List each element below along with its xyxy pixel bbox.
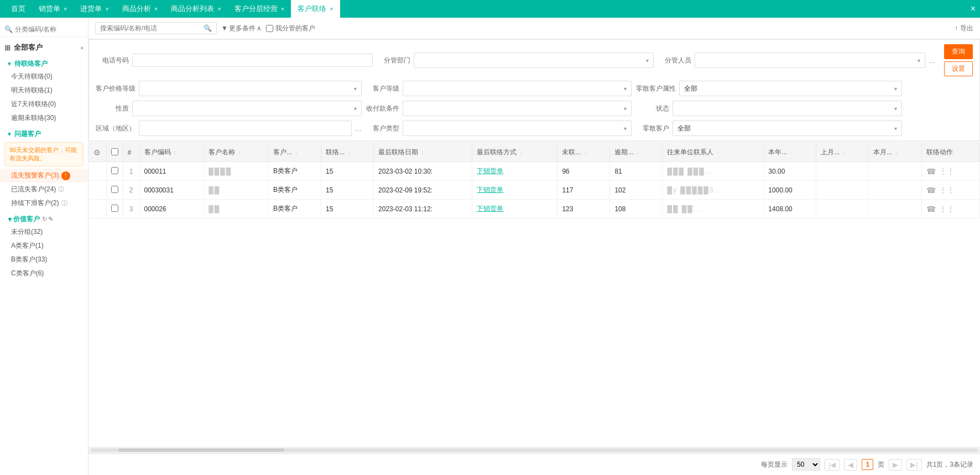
contact-icon-3[interactable]: ☎: [926, 205, 936, 213]
nav-tab-customer-contact[interactable]: 客户联络 ×: [291, 0, 340, 18]
close-tab-customer-contact[interactable]: ×: [330, 6, 333, 12]
prev-page-btn[interactable]: ◀: [844, 459, 857, 471]
sidebar-item-tomorrow[interactable]: 明天待联络(1): [0, 83, 88, 97]
filter-select-region[interactable]: [139, 121, 352, 136]
th-contact[interactable]: 联络... ↕: [321, 143, 374, 162]
horizontal-scrollbar[interactable]: [88, 447, 980, 453]
sidebar-item-ungrouped[interactable]: 未分组(32): [0, 225, 88, 239]
th-type[interactable]: 客户... ↕: [269, 143, 321, 162]
sidebar-item-churned[interactable]: 已流失客户(24) ⓘ: [0, 182, 88, 196]
select-all-checkbox[interactable]: [111, 148, 118, 155]
more-conditions-btn[interactable]: ▼ 更多条件 ∧: [221, 24, 262, 33]
td-checkbox-1[interactable]: [106, 162, 123, 181]
th-last-month[interactable]: 上月... ↕: [816, 143, 869, 162]
td-checkbox-3[interactable]: [106, 200, 123, 218]
close-tab-customer-layer[interactable]: ×: [281, 6, 284, 12]
sidebar-item-declining[interactable]: 持续下滑客户(2) ⓘ: [0, 196, 88, 210]
th-checkbox[interactable]: [106, 143, 123, 162]
row-checkbox-1[interactable]: [111, 167, 118, 174]
sidebar-group-title-value[interactable]: ▼ 价值客户 ↻ ✎: [0, 212, 88, 225]
nav-tab-product-list[interactable]: 商品分析列表 ×: [164, 0, 227, 18]
refresh-icon-value[interactable]: ↻: [42, 216, 47, 223]
th-this-month[interactable]: 本月... ↕: [869, 143, 921, 162]
sidebar-group-title-pending[interactable]: ▼ 待联络客户: [0, 57, 88, 70]
filter-scatter: 零散客户 全部 ▾: [636, 121, 902, 136]
filter-select-scatter[interactable]: 全部 ▾: [673, 121, 902, 136]
filter-input-phone[interactable]: [132, 54, 373, 67]
next-page-btn[interactable]: ▶: [889, 459, 902, 471]
sidebar-item-overdue[interactable]: 逾期未联络(30): [0, 111, 88, 125]
close-tab-sales[interactable]: ×: [64, 6, 67, 12]
th-code[interactable]: 客户编码 ↕: [139, 143, 204, 162]
filter-select-scatter-attr[interactable]: 全部 ▾: [679, 81, 902, 96]
close-all-btn[interactable]: ×: [971, 4, 976, 14]
settings-button[interactable]: 设置: [944, 61, 973, 76]
th-settings[interactable]: ⚙: [88, 143, 106, 162]
scrollbar-thumb[interactable]: [118, 448, 284, 452]
filter-select-customer-type[interactable]: ▾: [403, 121, 632, 136]
sidebar-item-today[interactable]: 今天待联络(0): [0, 70, 88, 83]
filter-select-nature[interactable]: ▾: [132, 101, 362, 116]
nav-tab-customer-layer[interactable]: 客户分层经营 ×: [228, 0, 291, 18]
sidebar-item-7days[interactable]: 近7天待联络(0): [0, 97, 88, 111]
td-method-2[interactable]: 下销货单: [472, 181, 557, 200]
nav-home[interactable]: 首页: [4, 0, 32, 18]
close-tab-product-list[interactable]: ×: [217, 6, 221, 12]
dots-region-btn[interactable]: ...: [355, 124, 362, 133]
collapse-icon[interactable]: «: [80, 45, 84, 51]
search-input[interactable]: [100, 24, 201, 32]
sidebar-all-customers[interactable]: ⊞ 全部客户 «: [0, 39, 88, 56]
th-name[interactable]: 客户名称 ↕: [204, 143, 269, 162]
contact-icon-2[interactable]: ☎: [926, 186, 936, 195]
td-checkbox-2[interactable]: [106, 181, 123, 200]
sidebar-item-a-class[interactable]: A类客户(1): [0, 239, 88, 253]
filter-select-status[interactable]: ▾: [673, 101, 902, 116]
th-last-method[interactable]: 最后联络方式 ↕: [472, 143, 557, 162]
td-method-1[interactable]: 下销货单: [472, 162, 557, 181]
first-page-btn[interactable]: |◀: [825, 459, 840, 471]
export-button[interactable]: ↑ 导出: [955, 24, 973, 33]
close-tab-product-analysis[interactable]: ×: [154, 6, 158, 12]
chevron-dept-icon: ▾: [646, 58, 649, 64]
sidebar-item-c-class[interactable]: C类客户(6): [0, 267, 88, 280]
th-this-year[interactable]: 本年... ↕: [764, 143, 816, 162]
search-button[interactable]: 🔍: [204, 24, 212, 32]
th-unit-contact[interactable]: 往来单位联系人 ↕: [663, 143, 764, 162]
my-customers-checkbox[interactable]: 我分管的客户: [266, 24, 315, 33]
more-action-icon-2[interactable]: ⋮⋮: [939, 186, 955, 195]
contact-icon-1[interactable]: ☎: [926, 167, 936, 176]
filter-select-person[interactable]: ▾: [695, 53, 925, 68]
th-overdue[interactable]: 逾期... ↕: [610, 143, 663, 162]
sidebar-group-title-problem[interactable]: ▼ 问题客户: [0, 127, 88, 140]
filter-select-dept[interactable]: ▾: [414, 53, 654, 68]
nav-tab-product-analysis[interactable]: 商品分析 ×: [116, 0, 164, 18]
filter-select-price-grade[interactable]: ▾: [139, 81, 362, 96]
table-row: 2 00030031 ██ B类客户 15 2023-02-09 19:52: …: [88, 181, 980, 200]
sidebar-item-churn-warning[interactable]: 流失预警客户(3) !: [0, 169, 88, 182]
gear-icon[interactable]: ⚙: [93, 148, 101, 157]
dots-person-btn[interactable]: ...: [929, 56, 935, 65]
row-checkbox-3[interactable]: [111, 205, 118, 212]
query-button[interactable]: 查询: [944, 44, 973, 59]
nav-tab-sales[interactable]: 销货单 ×: [32, 0, 74, 18]
row-checkbox-2[interactable]: [111, 186, 118, 193]
close-tab-purchase[interactable]: ×: [105, 6, 108, 12]
th-last-date[interactable]: 最后联络日期 ↕: [374, 143, 472, 162]
more-action-icon-1[interactable]: ⋮⋮: [939, 167, 955, 176]
td-method-3[interactable]: 下销货单: [472, 200, 557, 218]
filter-select-payment[interactable]: ▾: [403, 101, 632, 116]
th-uncontacted[interactable]: 未联... ↕: [557, 143, 610, 162]
scrollbar-track[interactable]: [91, 448, 978, 452]
my-customers-check[interactable]: [266, 25, 273, 32]
td-thismonth-3: [869, 200, 921, 218]
more-action-icon-3[interactable]: ⋮⋮: [939, 205, 955, 213]
sidebar-search-input[interactable]: [15, 25, 84, 33]
last-page-btn[interactable]: ▶|: [906, 459, 921, 471]
sort-method-icon: ↕: [520, 149, 523, 155]
td-date-3: 2023-02-03 11:12:: [374, 200, 472, 218]
per-page-select[interactable]: 50 100 200: [792, 458, 820, 471]
nav-tab-purchase[interactable]: 进货单 ×: [74, 0, 115, 18]
filter-select-customer-grade[interactable]: ▾: [403, 81, 632, 96]
edit-icon-value[interactable]: ✎: [48, 216, 53, 223]
sidebar-item-b-class[interactable]: B类客户(33): [0, 253, 88, 267]
